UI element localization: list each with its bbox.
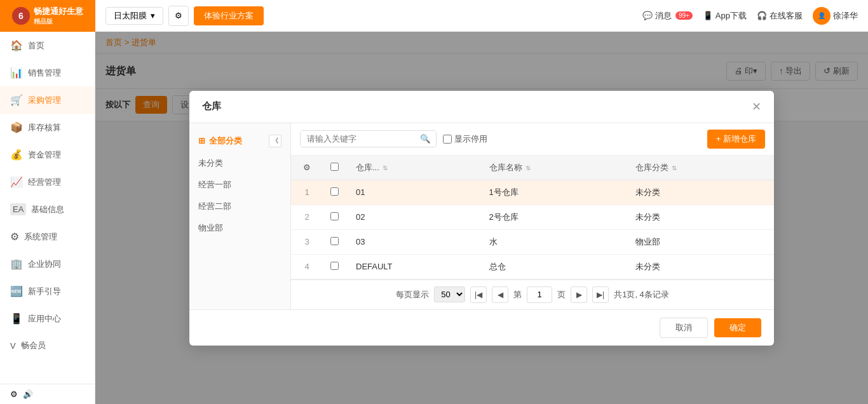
basic-info-icon: EA [10, 203, 26, 215]
trial-button[interactable]: 体验行业方案 [194, 6, 264, 25]
row-code: 02 [348, 205, 482, 229]
modal-sidebar: ⊞ 全部分类 《 未分类 经营一部 经营二部 [189, 123, 291, 309]
purchase-icon: 🛒 [10, 94, 23, 106]
sidebar-item-enterprise[interactable]: 🏢 企业协同 [0, 250, 95, 278]
app-download-nav[interactable]: 📱 App下载 [703, 10, 747, 22]
warehouse-modal: 仓库 ✕ ⊞ 全部分类 《 未分类 [189, 91, 774, 346]
sidebar-item-inventory[interactable]: 📦 库存核算 [0, 114, 95, 141]
headphone-icon: 🎧 [757, 11, 767, 20]
th-settings: ⚙ [291, 156, 323, 180]
row-name: 1号仓库 [482, 180, 628, 205]
search-button[interactable]: 🔍 [415, 131, 436, 147]
messages-nav[interactable]: 💬 消息 99+ [642, 10, 693, 22]
first-page-button[interactable]: |◀ [470, 286, 487, 303]
th-name: 仓库名称 ⇅ [482, 156, 628, 180]
row-code: 01 [348, 180, 482, 205]
modal-sidebar-header: ⊞ 全部分类 《 [189, 130, 290, 152]
row-category: 未分类 [628, 254, 774, 279]
phone-icon: 📱 [703, 11, 713, 20]
operations-icon: 📈 [10, 176, 23, 188]
row-name: 水 [482, 229, 628, 254]
content-area: 首页 > 进货单 进货单 🖨 印▾ ↑ 导出 ↺ 刷新 按以下 查询 设置 仓库… [95, 32, 868, 404]
th-code: 仓库... ⇅ [348, 156, 482, 180]
member-icon: V [10, 341, 16, 351]
user-nav[interactable]: 👤 徐泽华 [813, 7, 858, 25]
message-badge: 99+ [675, 11, 693, 20]
category-item-unclassified[interactable]: 未分类 [189, 152, 290, 174]
gear-button[interactable]: ⚙ [168, 6, 189, 26]
last-page-button[interactable]: ▶| [592, 286, 609, 303]
category-item-property[interactable]: 物业部 [189, 217, 290, 239]
modal-footer: 取消 确定 [189, 309, 774, 346]
row-checkbox [323, 205, 348, 229]
table-row[interactable]: 4 DEFAULT 总仓 未分类 [291, 254, 774, 279]
row-name: 总仓 [482, 254, 628, 279]
avatar: 👤 [813, 7, 831, 25]
online-service-nav[interactable]: 🎧 在线客服 [757, 10, 803, 22]
sidebar-item-member[interactable]: V 畅会员 [0, 332, 95, 359]
table-row[interactable]: 3 03 水 物业部 [291, 229, 774, 254]
collapse-button[interactable]: 《 [269, 135, 281, 147]
top-center: 日太阳膜 ▾ ⚙ 体验行业方案 [105, 6, 642, 26]
sidebar-item-apps[interactable]: 📱 应用中心 [0, 305, 95, 332]
store-select[interactable]: 日太阳膜 ▾ [105, 7, 163, 25]
table-row[interactable]: 2 02 2号仓库 未分类 [291, 205, 774, 229]
enterprise-icon: 🏢 [10, 258, 23, 270]
show-disabled-label: 显示停用 [443, 133, 487, 145]
row-checkbox [323, 229, 348, 254]
modal-table: ⚙ 仓库... ⇅ [291, 156, 774, 279]
logo-area: 6 畅捷通好生意 精品版 [0, 0, 95, 32]
cancel-button[interactable]: 取消 [660, 318, 708, 338]
modal-close-button[interactable]: ✕ [752, 100, 761, 114]
prev-page-button[interactable]: ◀ [492, 286, 508, 303]
per-page-select[interactable]: 50 [434, 286, 465, 302]
sidebar-item-finance[interactable]: 💰 资金管理 [0, 141, 95, 168]
modal-title: 仓库 [202, 100, 221, 112]
sort-icon-category: ⇅ [672, 165, 677, 172]
modal-toolbar: 🔍 显示停用 + 新增仓库 [291, 123, 774, 156]
sidebar-item-guide[interactable]: 🆕 新手引导 [0, 278, 95, 305]
th-checkbox [323, 156, 348, 180]
next-page-button[interactable]: ▶ [571, 286, 587, 303]
modal-overlay: 仓库 ✕ ⊞ 全部分类 《 未分类 [95, 32, 868, 404]
add-warehouse-button[interactable]: + 新增仓库 [707, 130, 765, 149]
table-row[interactable]: 1 01 1号仓库 未分类 [291, 180, 774, 205]
category-item-dept1[interactable]: 经营一部 [189, 174, 290, 196]
speaker-icon[interactable]: 🔊 [23, 389, 33, 399]
category-item-dept2[interactable]: 经营二部 [189, 196, 290, 217]
search-input-wrap: 🔍 [300, 130, 437, 147]
show-disabled-checkbox[interactable] [443, 135, 452, 144]
row-checkbox [323, 254, 348, 279]
chevron-down-icon: ▾ [151, 11, 155, 20]
message-icon: 💬 [642, 11, 653, 20]
sales-icon: 📊 [10, 67, 23, 79]
sidebar-item-purchase[interactable]: 🛒 采购管理 [0, 86, 95, 114]
logo-icon: 6 [12, 7, 30, 25]
apps-icon: 📱 [10, 313, 23, 325]
row-num: 2 [291, 205, 323, 229]
settings-icon[interactable]: ⚙ [10, 389, 18, 399]
confirm-button[interactable]: 确定 [714, 318, 761, 337]
inventory-icon: 📦 [10, 121, 23, 133]
gear-icon: ⚙ [175, 11, 182, 20]
sidebar-item-sales[interactable]: 📊 销售管理 [0, 59, 95, 86]
th-category: 仓库分类 ⇅ [628, 156, 774, 180]
top-right: 💬 消息 99+ 📱 App下载 🎧 在线客服 👤 徐泽华 [642, 7, 858, 25]
modal-body: ⊞ 全部分类 《 未分类 经营一部 经营二部 [189, 123, 774, 309]
select-all-checkbox[interactable] [330, 163, 339, 171]
page-number-input[interactable] [527, 286, 552, 303]
sidebar-item-basic-info[interactable]: EA 基础信息 [0, 196, 95, 223]
finance-icon: 💰 [10, 149, 23, 161]
search-input[interactable] [301, 131, 415, 147]
sidebar-item-system[interactable]: ⚙ 系统管理 [0, 223, 95, 250]
row-num: 4 [291, 254, 323, 279]
system-icon: ⚙ [10, 231, 19, 243]
row-category: 物业部 [628, 229, 774, 254]
row-category: 未分类 [628, 205, 774, 229]
sidebar-bottom: ⚙ 🔊 [0, 384, 95, 404]
sidebar-item-home[interactable]: 🏠 首页 [0, 32, 95, 59]
settings-col-icon: ⚙ [303, 163, 311, 172]
sidebar-item-operations[interactable]: 📈 经营管理 [0, 168, 95, 196]
grid-icon: ⊞ [198, 136, 205, 145]
main-layout: 🏠 首页 📊 销售管理 🛒 采购管理 📦 库存核算 💰 资金管理 📈 经营管理 … [0, 32, 868, 404]
